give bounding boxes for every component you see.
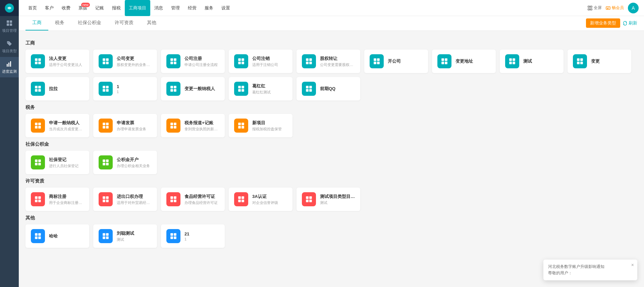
card-icon <box>99 54 113 68</box>
nav-tax[interactable]: 报税 <box>108 0 125 16</box>
list-item[interactable]: 新项目报税加税控盘保管 <box>229 114 292 137</box>
card-icon <box>166 229 180 243</box>
tab-other[interactable]: 其他 <box>140 16 163 30</box>
svg-rect-20 <box>103 62 105 64</box>
svg-rect-71 <box>38 123 41 125</box>
refresh-button[interactable]: 刷新 <box>623 20 637 26</box>
nav-customer[interactable]: 客户 <box>41 0 58 16</box>
card-name: 变更 <box>591 58 626 64</box>
nav-bizproject[interactable]: 工商项目 <box>125 0 150 16</box>
member-button[interactable]: 畅会员 <box>606 5 624 11</box>
list-item[interactable]: 刘聪测试测试 <box>93 224 157 248</box>
nav-manage[interactable]: 管理 <box>167 0 184 16</box>
svg-rect-105 <box>174 200 176 202</box>
list-item[interactable]: 公司注册申请公司注册全流程 <box>161 50 225 73</box>
list-item[interactable]: 申请发票办理申请发票业务 <box>93 114 157 137</box>
svg-rect-37 <box>377 62 380 64</box>
list-item[interactable]: 拉拉 <box>25 77 89 100</box>
list-item[interactable]: 进出口权办理适用于对外贸易经营者 <box>93 188 157 211</box>
svg-rect-114 <box>35 233 38 236</box>
card-name: 3A认证 <box>252 194 287 200</box>
svg-rect-63 <box>241 86 244 88</box>
list-item[interactable]: 测试 <box>500 50 564 73</box>
list-item[interactable]: 葛红红葛红红测试 <box>229 77 292 100</box>
svg-rect-82 <box>238 123 241 125</box>
list-item[interactable]: 公司变更股权变更外的业务变更 <box>93 50 157 73</box>
list-item[interactable]: 商标注册用于企业商标注册服务 <box>25 188 89 211</box>
notification-close[interactable]: × <box>631 262 634 268</box>
card-icon <box>234 119 248 133</box>
avatar[interactable]: A <box>628 3 639 13</box>
card-desc: 拿到营业执照的新公司 <box>184 127 219 132</box>
svg-rect-32 <box>306 62 309 64</box>
list-item[interactable]: 哈哈 <box>25 224 89 248</box>
list-item[interactable]: 变更 <box>568 50 631 73</box>
svg-rect-27 <box>241 58 244 61</box>
svg-rect-60 <box>170 89 173 92</box>
list-item[interactable]: 税务报道+记账拿到营业执照的新公司 <box>161 114 225 137</box>
nav-invoice[interactable]: 票据 new <box>74 0 91 16</box>
svg-rect-89 <box>38 163 41 165</box>
svg-rect-6 <box>8 63 9 67</box>
nav-message[interactable]: 消息 <box>150 0 167 16</box>
svg-rect-34 <box>374 58 376 61</box>
list-item[interactable]: 申请一般纳税人当月或次月成变更完成 <box>25 114 89 137</box>
list-item[interactable]: 食品经营许可证办理食品经营许可证 <box>161 188 225 211</box>
card-name: 前期QQ <box>320 86 355 92</box>
list-item[interactable]: 11 <box>93 77 157 100</box>
tab-shuiwu[interactable]: 税务 <box>48 16 71 30</box>
card-icon <box>31 229 45 243</box>
list-item[interactable]: 公积金开户办理公积金相关业务 <box>93 151 157 174</box>
svg-rect-18 <box>103 58 105 61</box>
svg-rect-39 <box>445 58 447 61</box>
svg-rect-116 <box>35 236 38 239</box>
card-desc: 对企业信誉评级 <box>252 200 287 205</box>
sidebar-item-project-type[interactable]: 项目类型 <box>0 37 19 57</box>
nav-fee[interactable]: 收费 <box>58 0 74 16</box>
card-desc: 报税加税控盘保管 <box>252 127 287 132</box>
nav-accounting[interactable]: 记账 <box>91 0 108 16</box>
svg-rect-81 <box>174 126 176 129</box>
list-item[interactable]: 3A认证对企业信誉评级 <box>229 188 292 211</box>
svg-rect-103 <box>174 196 176 199</box>
svg-rect-73 <box>38 126 41 129</box>
list-item[interactable]: 变更地址 <box>432 50 496 73</box>
sidebar-logo <box>0 0 19 16</box>
list-item[interactable]: 股权转让公司变更需要股权转让 <box>297 50 360 73</box>
svg-rect-113 <box>309 200 312 202</box>
sidebar-item-progress[interactable]: 进度监测 <box>0 57 19 77</box>
svg-rect-118 <box>103 233 105 236</box>
list-item[interactable]: 变更一般纳税人 <box>161 77 225 100</box>
nav-settings[interactable]: 设置 <box>217 0 234 16</box>
nav-operation[interactable]: 经营 <box>184 0 201 16</box>
svg-rect-31 <box>309 58 312 61</box>
tab-gongshang[interactable]: 工商 <box>25 16 48 30</box>
svg-rect-11 <box>588 9 590 10</box>
sidebar-item-project-mgmt[interactable]: 项目管理 <box>0 16 19 37</box>
card-name: 申请发票 <box>117 120 152 126</box>
svg-rect-16 <box>35 62 38 64</box>
tab-xuke[interactable]: 许可资质 <box>108 16 140 30</box>
card-desc: 适用于公司变更法人 <box>49 62 84 67</box>
list-item[interactable]: 公司注销适用于注销公司 <box>229 50 292 73</box>
list-item[interactable]: 前期QQ <box>297 77 360 100</box>
svg-rect-94 <box>35 196 38 199</box>
svg-rect-125 <box>174 236 176 239</box>
list-item[interactable]: 测试项目类型目定义测试 <box>297 188 360 211</box>
nav-service[interactable]: 服务 <box>201 0 217 16</box>
card-name: 变更地址 <box>455 58 490 64</box>
list-item[interactable]: 开公司 <box>364 50 428 73</box>
content-area: 工商法人变更适用于公司变更法人公司变更股权变更外的业务变更公司注册申请公司注册全… <box>19 31 644 256</box>
tab-shebao[interactable]: 社保公积金 <box>71 16 108 30</box>
nav-home[interactable]: 首页 <box>24 0 41 16</box>
sidebar-item-label: 项目类型 <box>2 49 17 54</box>
svg-rect-93 <box>106 163 109 165</box>
fullscreen-button[interactable]: 全屏 <box>588 5 602 11</box>
list-item[interactable]: 法人变更适用于公司变更法人 <box>25 50 89 73</box>
list-item[interactable]: 211 <box>161 224 225 248</box>
svg-rect-123 <box>174 233 176 236</box>
add-business-button[interactable]: 新增业务类型 <box>586 18 620 28</box>
svg-rect-61 <box>174 89 176 92</box>
section-title: 工商 <box>25 40 637 46</box>
list-item[interactable]: 社保登记进行人员社保登记 <box>25 151 89 174</box>
